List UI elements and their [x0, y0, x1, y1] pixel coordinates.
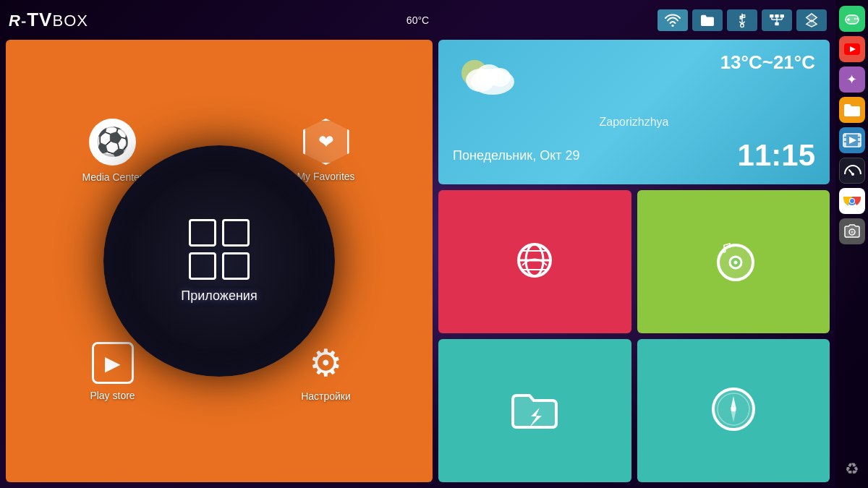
ie-tile[interactable] [438, 190, 631, 333]
grid-sq-2 [222, 219, 250, 247]
disc-music-icon [708, 235, 759, 288]
disc-music-tile[interactable] [637, 190, 830, 333]
svg-rect-39 [858, 134, 861, 137]
svg-point-24 [733, 261, 737, 265]
compass-icon [709, 385, 758, 437]
sidebar-recycle[interactable]: ♻ [839, 456, 865, 482]
compass-tile[interactable] [637, 339, 830, 482]
svg-point-49 [851, 231, 854, 234]
svg-rect-2 [775, 22, 778, 25]
left-panel: R-TVBOX 60°C [0, 0, 835, 488]
sidebar-speed-app[interactable] [839, 158, 865, 184]
favorites-icon: ❤ [303, 119, 349, 165]
status-icons-bar [658, 9, 827, 31]
weather-top: 13°C~21°C [453, 51, 815, 106]
app-tiles [438, 190, 830, 482]
svg-rect-37 [843, 138, 846, 141]
svg-rect-38 [843, 142, 846, 147]
settings-label: Настройки [301, 390, 351, 402]
settings-icon: ⚙ [305, 341, 348, 385]
grid-sq-4 [222, 252, 250, 280]
sidebar-yellow-folder[interactable] [839, 97, 865, 123]
weather-widget: 13°C~21°C Zaporizhzhya Понедельник, Окт … [438, 40, 830, 184]
temperature-display: 60°C [407, 14, 429, 26]
svg-rect-30 [847, 19, 850, 20]
header: R-TVBOX 60°C [0, 0, 835, 40]
sidebar-camera[interactable] [839, 218, 865, 244]
svg-marker-11 [807, 20, 817, 27]
sidebar-purple-app[interactable]: ✦ [839, 67, 865, 93]
svg-rect-41 [858, 142, 861, 147]
svg-rect-40 [858, 138, 861, 141]
svg-rect-5 [775, 14, 778, 17]
time-display: 11:15 [738, 138, 815, 173]
svg-point-31 [854, 18, 855, 20]
right-sidebar: ✦ [835, 0, 868, 488]
usb-icon[interactable] [727, 9, 757, 31]
ie-icon [509, 235, 560, 288]
diamond-icon[interactable] [796, 9, 827, 31]
svg-point-1 [741, 24, 744, 27]
apps-label: Приложения [181, 288, 257, 304]
svg-rect-3 [770, 14, 773, 17]
right-side: 13°C~21°C Zaporizhzhya Понедельник, Окт … [438, 40, 830, 482]
sidebar-youtube[interactable] [839, 36, 865, 62]
apps-center-circle[interactable]: Приложения [103, 145, 335, 377]
sidebar-green-app[interactable] [839, 6, 865, 32]
svg-rect-36 [843, 134, 846, 137]
svg-point-27 [731, 407, 736, 412]
network-icon[interactable] [762, 9, 792, 31]
sidebar-film-app[interactable] [839, 127, 865, 153]
sidebar-chrome[interactable] [839, 188, 865, 214]
svg-rect-4 [780, 14, 784, 17]
play-store-label: Play store [90, 390, 135, 401]
svg-point-43 [851, 173, 854, 176]
wifi-icon[interactable] [658, 9, 688, 31]
cloud-icon [453, 51, 518, 106]
svg-point-32 [856, 18, 857, 20]
city-name: Zaporizhzhya [453, 116, 815, 129]
svg-point-0 [672, 25, 674, 27]
files-icon [509, 386, 560, 436]
temp-range: 13°C~21°C [720, 51, 815, 74]
play-store-icon: ▶ [92, 342, 134, 384]
logo: R-TVBOX [9, 9, 88, 31]
media-center-label: Media Center [82, 171, 142, 183]
grid-sq-1 [189, 219, 216, 247]
svg-point-47 [850, 199, 854, 203]
body-area: ⚽ Media Center ❤ My Favorites ▶ Play sto… [0, 40, 835, 488]
day-date: Понедельник, Окт 29 [453, 148, 580, 163]
folder-icon[interactable] [692, 9, 723, 31]
apps-grid-icon [189, 219, 250, 280]
weather-bottom: Понедельник, Окт 29 11:15 [453, 138, 815, 173]
grid-sq-3 [189, 252, 216, 280]
media-center-icon: ⚽ [89, 119, 136, 166]
my-favorites-label: My Favorites [297, 171, 354, 182]
orange-grid: ⚽ Media Center ❤ My Favorites ▶ Play sto… [6, 40, 433, 482]
svg-point-16 [489, 68, 511, 87]
files-tile[interactable] [438, 339, 631, 482]
